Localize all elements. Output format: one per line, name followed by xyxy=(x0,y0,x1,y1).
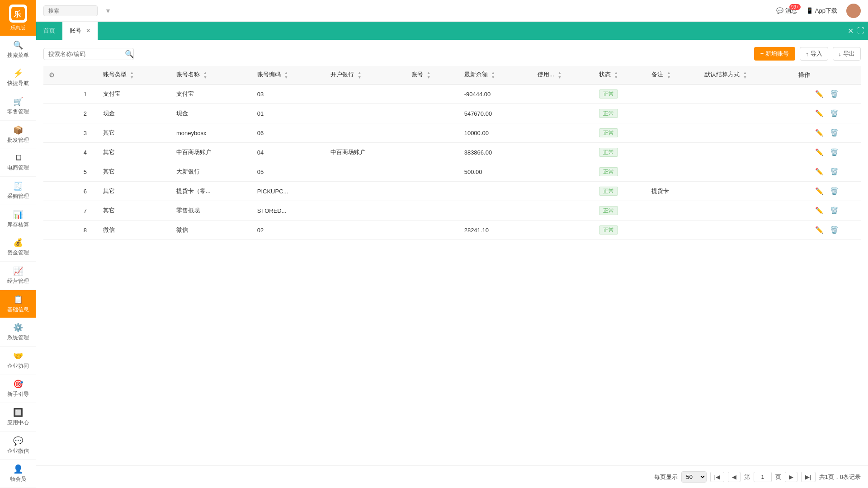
header-search-input[interactable] xyxy=(43,5,98,16)
tab-home[interactable]: 首页 xyxy=(36,22,62,40)
cell-status-3: 正常 xyxy=(594,143,646,162)
sidebar-item-capital-mgmt[interactable]: 💰 资金管理 xyxy=(0,233,36,262)
cell-code-4: 05 xyxy=(252,162,325,182)
app-download-button[interactable]: 📱 App下载 xyxy=(806,7,837,15)
sidebar-retail-mgmt-label: 零售管理 xyxy=(7,108,29,116)
edit-button-0[interactable]: ✏️ xyxy=(813,89,826,99)
cell-name-3: 中百商场账户 xyxy=(171,143,252,162)
sidebar-item-system-mgmt[interactable]: ⚙️ 系统管理 xyxy=(0,318,36,347)
th-gear[interactable]: ⚙ xyxy=(43,66,73,84)
export-button[interactable]: ↓ 导出 xyxy=(833,47,861,61)
cell-action-5: ✏️ 🗑️ xyxy=(793,182,861,201)
sidebar-ecommerce-mgmt-icon: 🖥 xyxy=(14,153,22,163)
th-type[interactable]: 账号类型 ▲▼ xyxy=(98,66,171,84)
sidebar-nav: 🔍 搜索菜单 ⚡ 快捷导航 🛒 零售管理 📦 批发管理 🖥 电商管理 🧾 采购管… xyxy=(0,36,36,488)
sidebar-item-basic-info[interactable]: 📋 基础信息 xyxy=(0,290,36,319)
edit-button-5[interactable]: ✏️ xyxy=(813,186,826,196)
page-of-label: 页 xyxy=(775,473,781,481)
status-badge-1: 正常 xyxy=(599,109,618,118)
sidebar-item-enterprise-agreement[interactable]: 🤝 企业协同 xyxy=(0,347,36,375)
sidebar-search-menu-label: 搜索菜单 xyxy=(7,52,29,59)
th-remark[interactable]: 备注 ▲▼ xyxy=(646,66,699,84)
cell-gear-1 xyxy=(43,104,73,123)
th-status[interactable]: 状态 ▲▼ xyxy=(594,66,646,84)
cell-settlement-6 xyxy=(699,201,793,221)
th-name[interactable]: 账号名称 ▲▼ xyxy=(171,66,252,84)
sidebar-item-purchase-mgmt[interactable]: 🧾 采购管理 xyxy=(0,177,36,205)
sidebar-item-ecommerce-mgmt[interactable]: 🖥 电商管理 xyxy=(0,149,36,177)
status-badge-4: 正常 xyxy=(599,167,618,176)
cell-code-2: 06 xyxy=(252,123,325,143)
page-first-button[interactable]: |◀ xyxy=(710,472,724,482)
cell-bank-3: 中百商场账户 xyxy=(325,143,406,162)
th-account[interactable]: 账号 ▲▼ xyxy=(406,66,459,84)
sidebar-item-business-mgmt[interactable]: 📈 经营管理 xyxy=(0,262,36,290)
add-account-button[interactable]: + 新增账号 xyxy=(754,47,795,61)
cell-type-2: 其它 xyxy=(98,123,171,143)
edit-button-6[interactable]: ✏️ xyxy=(813,206,826,216)
cell-gear-4 xyxy=(43,162,73,182)
sidebar-item-member[interactable]: 👤 畅会员 xyxy=(0,460,36,488)
sidebar-quick-nav-label: 快捷导航 xyxy=(7,80,29,87)
sidebar-quick-nav-icon: ⚡ xyxy=(13,68,23,78)
sidebar-item-inventory-check[interactable]: 📊 库存核算 xyxy=(0,205,36,234)
th-balance[interactable]: 最新余额 ▲▼ xyxy=(459,66,532,84)
delete-button-2[interactable]: 🗑️ xyxy=(828,128,841,138)
cell-account-6 xyxy=(406,201,459,221)
th-usage[interactable]: 使用... ▲▼ xyxy=(532,66,594,84)
delete-button-5[interactable]: 🗑️ xyxy=(828,186,841,196)
tab-fullscreen-icon[interactable]: ⛶ xyxy=(857,27,864,35)
sort-settlement-icon: ▲▼ xyxy=(743,70,747,80)
tab-account-close[interactable]: ✕ xyxy=(86,28,90,34)
sidebar-item-app-center[interactable]: 🔲 应用中心 xyxy=(0,403,36,432)
cell-status-6: 正常 xyxy=(594,201,646,221)
edit-button-4[interactable]: ✏️ xyxy=(813,167,826,177)
page-next-button[interactable]: ▶ xyxy=(785,472,797,482)
th-bank[interactable]: 开户银行 ▲▼ xyxy=(325,66,406,84)
delete-button-6[interactable]: 🗑️ xyxy=(828,206,841,216)
page-last-button[interactable]: ▶| xyxy=(801,472,815,482)
sidebar-item-wholesale-mgmt[interactable]: 📦 批发管理 xyxy=(0,121,36,149)
edit-button-1[interactable]: ✏️ xyxy=(813,108,826,118)
cell-name-6: 零售抵现 xyxy=(171,201,252,221)
page-input[interactable] xyxy=(754,472,772,482)
cell-usage-2 xyxy=(532,123,594,143)
edit-button-3[interactable]: ✏️ xyxy=(813,147,826,157)
sort-type-icon: ▲▼ xyxy=(130,70,134,80)
delete-button-1[interactable]: 🗑️ xyxy=(828,108,841,118)
cell-type-3: 其它 xyxy=(98,143,171,162)
avatar[interactable] xyxy=(846,4,861,18)
edit-button-2[interactable]: ✏️ xyxy=(813,128,826,138)
cell-name-4: 大新银行 xyxy=(171,162,252,182)
sidebar-purchase-mgmt-icon: 🧾 xyxy=(13,181,23,191)
sort-status-icon: ▲▼ xyxy=(614,70,618,80)
search-input[interactable] xyxy=(43,48,134,60)
cell-balance-7: 28241.10 xyxy=(459,221,532,240)
th-default-settlement[interactable]: 默认结算方式 ▲▼ xyxy=(699,66,793,84)
cell-action-1: ✏️ 🗑️ xyxy=(793,104,861,123)
sidebar-item-search-menu[interactable]: 🔍 搜索菜单 xyxy=(0,36,36,64)
tab-account[interactable]: 账号 ✕ xyxy=(62,22,98,40)
sidebar-item-retail-mgmt[interactable]: 🛒 零售管理 xyxy=(0,92,36,121)
logo-icon: 乐 xyxy=(9,5,27,23)
delete-button-4[interactable]: 🗑️ xyxy=(828,167,841,177)
sidebar-item-quick-nav[interactable]: ⚡ 快捷导航 xyxy=(0,64,36,93)
tab-minimize-icon[interactable]: ✕ xyxy=(848,27,854,35)
search-button[interactable]: 🔍 xyxy=(125,50,134,58)
page-prev-button[interactable]: ◀ xyxy=(728,472,741,482)
delete-button-3[interactable]: 🗑️ xyxy=(828,147,841,157)
sidebar-item-enterprise-wechat[interactable]: 💬 企业微信 xyxy=(0,432,36,460)
cell-code-0: 03 xyxy=(252,84,325,104)
cell-usage-4 xyxy=(532,162,594,182)
sidebar-item-new-guide[interactable]: 🎯 新手引导 xyxy=(0,375,36,404)
cell-status-0: 正常 xyxy=(594,84,646,104)
edit-button-7[interactable]: ✏️ xyxy=(813,225,826,235)
page-size-select[interactable]: 50 10 20 100 xyxy=(681,471,707,483)
cell-status-5: 正常 xyxy=(594,182,646,201)
th-code[interactable]: 账号编码 ▲▼ xyxy=(252,66,325,84)
delete-button-7[interactable]: 🗑️ xyxy=(828,225,841,235)
cell-gear-6 xyxy=(43,201,73,221)
import-button[interactable]: ↑ 导入 xyxy=(800,47,828,61)
message-button[interactable]: 💬 消息 99+ xyxy=(776,7,797,15)
delete-button-0[interactable]: 🗑️ xyxy=(828,89,841,99)
